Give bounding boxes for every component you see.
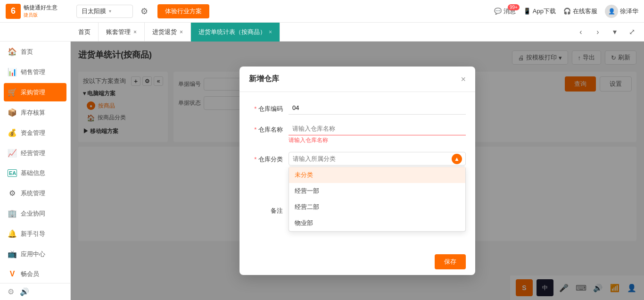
tab-next-button[interactable]: › bbox=[591, 25, 604, 39]
tab-purchase-return-label: 进货退货 bbox=[152, 28, 177, 36]
modal-footer: 保存 bbox=[239, 249, 475, 275]
user-button[interactable]: 👤 徐泽华 bbox=[605, 5, 638, 18]
sidebar-item-system[interactable]: ⚙ 系统管理 bbox=[0, 183, 70, 203]
appcenter-icon: 📺 bbox=[8, 250, 17, 258]
sidebar-label-appcenter: 应用中心 bbox=[21, 250, 45, 258]
sidebar-label-operations: 经营管理 bbox=[21, 149, 45, 158]
warehouse-code-label: 仓库编码 bbox=[249, 101, 283, 113]
tab-purchase-stats-label: 进货单统计表（按商品） bbox=[198, 28, 266, 36]
add-warehouse-modal: 新增仓库 × 仓库编码 仓库名称 bbox=[239, 67, 475, 275]
warehouse-category-row: 仓库分类 ▲ 未分类 经营一部 经营二部 物业部 bbox=[249, 152, 466, 166]
logo-area: 6 畅捷通好生意 捷员版 bbox=[6, 4, 76, 19]
tab-purchase-return[interactable]: 进货退货 × bbox=[145, 23, 191, 42]
warehouse-name-input[interactable] bbox=[289, 122, 466, 135]
messages-button[interactable]: 💬 消息 99+ bbox=[494, 7, 516, 16]
sales-icon: 📊 bbox=[8, 67, 17, 76]
sidebar-item-enterprise[interactable]: 🏢 企业协同 bbox=[0, 203, 70, 224]
tab-account[interactable]: 账套管理 × bbox=[99, 23, 145, 42]
headset-icon: 🎧 bbox=[563, 8, 571, 15]
message-icon: 💬 bbox=[494, 8, 502, 15]
tab-account-label: 账套管理 bbox=[106, 28, 131, 36]
main-layout: 🏠 首页 📊 销售管理 🛒 采购管理 📦 库存核算 💰 资金管理 📈 经营管理 … bbox=[0, 42, 644, 300]
sidebar-item-sales[interactable]: 📊 销售管理 bbox=[0, 62, 70, 82]
sidebar-label-purchase: 采购管理 bbox=[21, 88, 45, 97]
category-select-wrapper: ▲ 未分类 经营一部 经营二部 物业部 bbox=[289, 152, 466, 166]
settings-gear-button[interactable]: ⚙ bbox=[137, 4, 152, 19]
sidebar-label-inventory: 库存核算 bbox=[21, 108, 45, 117]
tab-purchase-stats-close[interactable]: × bbox=[269, 29, 272, 35]
dropdown-item-ops1[interactable]: 经营一部 bbox=[289, 183, 465, 199]
basics-icon: EA bbox=[8, 169, 17, 177]
notes-label: 备注 bbox=[249, 203, 283, 215]
app-download-label: App下载 bbox=[533, 7, 556, 16]
category-input[interactable] bbox=[289, 152, 466, 166]
tab-bar: 首页 账套管理 × 进货退货 × 进货单统计表（按商品） × ‹ › ▾ ⤢ bbox=[0, 23, 644, 42]
warehouse-name-error: 请输入仓库名称 bbox=[289, 136, 466, 144]
guide-icon: 🔔 bbox=[8, 229, 17, 238]
sidebar-label-member: 畅会员 bbox=[21, 270, 39, 278]
modal-header: 新增仓库 × bbox=[239, 67, 475, 92]
sidebar-item-purchase[interactable]: 🛒 采购管理 bbox=[4, 83, 66, 101]
system-icon: ⚙ bbox=[8, 189, 17, 198]
dropdown-item-property[interactable]: 物业部 bbox=[289, 215, 465, 231]
enterprise-icon: 🏢 bbox=[8, 209, 17, 218]
warehouse-category-label: 仓库分类 bbox=[249, 152, 283, 164]
content-area: 进货单统计(按商品) 🖨 按模板打印 ▾ ↑ 导出 ↻ 刷新 bbox=[71, 42, 644, 300]
category-dropdown-toggle[interactable]: ▲ bbox=[452, 154, 462, 164]
tab-home-label: 首页 bbox=[78, 28, 91, 36]
inventory-icon: 📦 bbox=[8, 108, 17, 117]
member-icon: V bbox=[8, 270, 17, 278]
sidebar-item-inventory[interactable]: 📦 库存核算 bbox=[0, 102, 70, 123]
logo-text: 畅捷通好生意 捷员版 bbox=[24, 4, 58, 18]
field-warehouse-code: 仓库编码 bbox=[249, 101, 466, 115]
modal-title: 新增仓库 bbox=[249, 74, 279, 84]
warehouse-code-row: 仓库编码 bbox=[249, 101, 466, 115]
sidebar-label-guide: 新手引导 bbox=[21, 230, 45, 238]
store-selector[interactable]: 日太阳膜 ▾ bbox=[76, 5, 133, 18]
sidebar-item-member[interactable]: V 畅会员 bbox=[0, 264, 70, 284]
mobile-icon: 📱 bbox=[523, 8, 531, 15]
store-dropdown-arrow: ▾ bbox=[109, 8, 111, 14]
tab-purchase-return-close[interactable]: × bbox=[180, 29, 183, 35]
home-icon: 🏠 bbox=[8, 47, 17, 56]
sidebar-label-system: 系统管理 bbox=[21, 189, 45, 198]
dropdown-item-unclassified[interactable]: 未分类 bbox=[289, 167, 465, 183]
tab-purchase-stats[interactable]: 进货单统计表（按商品） × bbox=[191, 23, 280, 42]
tab-prev-button[interactable]: ‹ bbox=[574, 25, 587, 39]
sidebar-item-operations[interactable]: 📈 经营管理 bbox=[0, 143, 70, 163]
trial-button[interactable]: 体验行业方案 bbox=[157, 4, 209, 18]
sidebar-speaker-icon[interactable]: 🔊 bbox=[20, 287, 29, 296]
sidebar: 🏠 首页 📊 销售管理 🛒 采购管理 📦 库存核算 💰 资金管理 📈 经营管理 … bbox=[0, 42, 71, 300]
sidebar-item-home[interactable]: 🏠 首页 bbox=[0, 42, 70, 62]
warehouse-name-label: 仓库名称 bbox=[249, 122, 283, 134]
field-warehouse-name: 仓库名称 请输入仓库名称 bbox=[249, 122, 466, 144]
sidebar-settings-icon[interactable]: ⚙ bbox=[8, 287, 14, 296]
modal-save-button[interactable]: 保存 bbox=[435, 254, 466, 269]
operations-icon: 📈 bbox=[8, 149, 17, 158]
app-logo-icon: 6 bbox=[6, 4, 21, 19]
app-download-button[interactable]: 📱 App下载 bbox=[523, 7, 556, 16]
user-avatar: 👤 bbox=[605, 5, 618, 18]
dropdown-item-ops2[interactable]: 经营二部 bbox=[289, 199, 465, 215]
sidebar-item-basics[interactable]: EA 基础信息 bbox=[0, 163, 70, 183]
tab-account-close[interactable]: × bbox=[133, 29, 137, 35]
sidebar-item-finance[interactable]: 💰 资金管理 bbox=[0, 123, 70, 143]
warehouse-name-row: 仓库名称 bbox=[249, 122, 466, 135]
sidebar-footer: ⚙ 🔊 bbox=[0, 283, 71, 300]
online-service-button[interactable]: 🎧 在线客服 bbox=[563, 7, 597, 16]
sidebar-label-enterprise: 企业协同 bbox=[21, 209, 45, 218]
tab-home[interactable]: 首页 bbox=[71, 23, 99, 42]
messages-badge: 99+ bbox=[508, 4, 520, 10]
store-name: 日太阳膜 bbox=[82, 7, 106, 16]
sidebar-label-finance: 资金管理 bbox=[21, 129, 45, 137]
tab-expand-button[interactable]: ⤢ bbox=[625, 25, 638, 39]
warehouse-code-input[interactable] bbox=[289, 101, 466, 115]
header-right: 💬 消息 99+ 📱 App下载 🎧 在线客服 👤 徐泽华 bbox=[494, 5, 638, 18]
sidebar-item-guide[interactable]: 🔔 新手引导 bbox=[0, 224, 70, 244]
purchase-icon: 🛒 bbox=[8, 88, 17, 97]
tab-menu-button[interactable]: ▾ bbox=[608, 25, 621, 39]
modal-close-button[interactable]: × bbox=[461, 75, 466, 83]
online-service-label: 在线客服 bbox=[573, 7, 597, 16]
top-header: 6 畅捷通好生意 捷员版 日太阳膜 ▾ ⚙ 体验行业方案 💬 消息 99+ 📱 … bbox=[0, 0, 644, 23]
sidebar-item-appcenter[interactable]: 📺 应用中心 bbox=[0, 244, 70, 264]
